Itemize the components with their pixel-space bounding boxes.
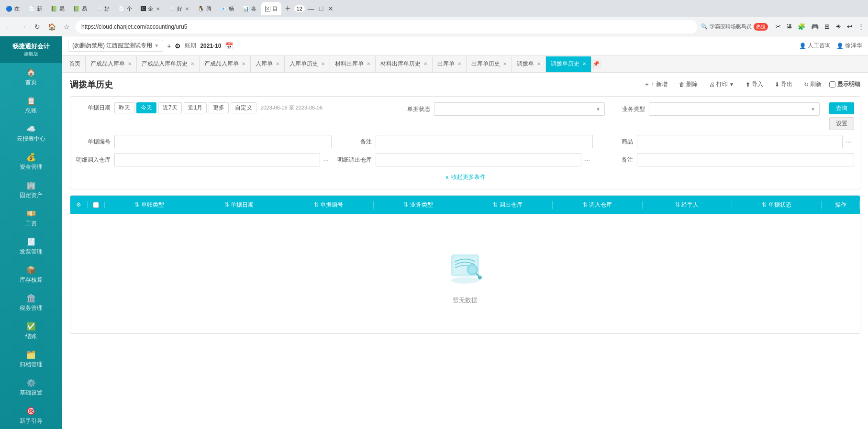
page-tab-2-close[interactable]: ✕ [190, 61, 194, 66]
delete-button[interactable]: 🗑 删除 [675, 78, 701, 90]
extension-icon[interactable]: 🧩 [798, 23, 805, 30]
browser-tab-6[interactable]: 🅲 企 ✕ [137, 2, 164, 15]
page-tab-1[interactable]: 产成品入库单 ✕ [86, 56, 137, 72]
grid-icon[interactable]: ⊞ [824, 23, 830, 30]
sidebar-item-assets[interactable]: 🏢 固定资产 [0, 176, 62, 204]
date-yesterday[interactable]: 昨天 [114, 102, 134, 113]
page-tab-3[interactable]: 产成品入库单 ✕ [200, 56, 251, 72]
back-button[interactable]: ← [4, 22, 14, 32]
detail-in-ellipsis-icon[interactable]: ··· [320, 156, 332, 164]
th-gear[interactable]: ⚙ [70, 201, 88, 208]
date-more[interactable]: 更多 [209, 102, 229, 113]
goods-ellipsis-icon[interactable]: ··· [843, 138, 854, 145]
page-tab-9-close[interactable]: ✕ [503, 61, 507, 66]
page-tab-1-close[interactable]: ✕ [128, 61, 132, 66]
page-tab-6-close[interactable]: ✕ [367, 61, 370, 66]
refresh-browser-button[interactable]: ↻ [33, 22, 42, 32]
page-tab-11-close[interactable]: ✕ [582, 61, 586, 66]
browser-tab-8[interactable]: 🐧 腾 [194, 2, 215, 15]
page-tab-11[interactable]: 调拨单历史 ✕ [546, 56, 591, 72]
sidebar-item-tax[interactable]: 🏛️ 税务管理 [0, 289, 62, 317]
add-company-button[interactable]: + [167, 42, 171, 50]
print-button[interactable]: 🖨 打印 ▼ [705, 78, 738, 90]
page-tab-3-close[interactable]: ✕ [242, 61, 245, 66]
query-button[interactable]: 查询 [829, 102, 854, 114]
page-tab-7[interactable]: 材料出库单历史 ✕ [376, 56, 433, 72]
window-close[interactable]: ✕ [328, 5, 334, 12]
sidebar-item-archive[interactable]: 🗂️ 归档管理 [0, 345, 62, 374]
refresh-button[interactable]: ↻ 刷新 [800, 78, 825, 90]
sidebar-item-report[interactable]: ☁️ 云报表中心 [0, 120, 62, 148]
th-in-warehouse[interactable]: ⇅ 调入仓库 [553, 201, 642, 209]
user-service-button[interactable]: 👤 人工咨询 [799, 42, 831, 50]
detail-in-input[interactable] [114, 153, 320, 166]
pin-button[interactable]: 📌 [591, 59, 601, 69]
sidebar-item-guide[interactable]: 🎯 新手引导 [0, 402, 62, 429]
detail-out-ellipsis-icon[interactable]: ··· [581, 156, 593, 164]
browser-tab-11[interactable]: 🅂 目 [261, 2, 281, 15]
select-all-checkbox[interactable] [93, 202, 99, 208]
status-select[interactable]: ▼ [434, 102, 605, 116]
calendar-icon[interactable]: 📅 [225, 42, 233, 50]
star-button[interactable]: ☆ [62, 22, 72, 32]
browser-tab-0[interactable]: 🔵 在 [2, 2, 23, 15]
docno-input[interactable] [114, 135, 332, 148]
sidebar-item-close[interactable]: ✅ 结账 [0, 317, 62, 345]
page-tab-4[interactable]: 入库单 ✕ [251, 56, 285, 72]
translate-icon[interactable]: 译 [787, 23, 792, 30]
th-status[interactable]: ⇅ 单据状态 [732, 201, 822, 209]
company-selector[interactable]: (勿删勿禁用) 江西服宝测试专用 ▼ [68, 40, 163, 52]
window-maximize[interactable]: □ [319, 5, 323, 12]
more-icon[interactable]: ⋮ [858, 23, 864, 30]
th-biz-type[interactable]: ⇅ 业务类型 [374, 201, 463, 209]
th-doc-type[interactable]: ⇅ 单账类型 [105, 201, 194, 209]
address-input[interactable] [76, 20, 697, 33]
sidebar-item-home[interactable]: 🏠 首页 [0, 63, 62, 91]
page-tab-2[interactable]: 产成品入库单历史 ✕ [137, 56, 200, 72]
home-button[interactable]: 🏠 [46, 22, 58, 32]
biztype-select[interactable]: ▼ [649, 102, 820, 116]
browser-tab-3[interactable]: 📗 易 [69, 2, 91, 15]
remark-input[interactable] [376, 135, 593, 148]
sidebar-item-finance[interactable]: 💰 资金管理 [0, 148, 62, 176]
page-tab-home[interactable]: 首页 [64, 56, 86, 72]
undo-icon[interactable]: ↩ [847, 23, 852, 30]
user-profile-button[interactable]: 👤 徐泽华 [836, 42, 862, 50]
browser-tab-10[interactable]: 📊 各 [239, 2, 260, 15]
collapse-button[interactable]: ∧ 收起更多条件 [443, 171, 488, 183]
page-tab-10[interactable]: 调拨单 ✕ [512, 56, 546, 72]
th-checkbox[interactable] [88, 202, 105, 208]
th-out-warehouse[interactable]: ⇅ 调出仓库 [463, 201, 553, 209]
browser-tab-close-7[interactable]: ✕ [185, 6, 189, 11]
sidebar-item-inventory[interactable]: 📦 库存核算 [0, 261, 62, 289]
page-tab-10-close[interactable]: ✕ [537, 61, 541, 66]
browser-tab-4[interactable]: ☁️ 好 [92, 2, 113, 15]
browser-tab-2[interactable]: 📗 易 [47, 2, 68, 15]
browser-tab-1[interactable]: 📄 新 [24, 2, 46, 15]
cut-icon[interactable]: ✂ [776, 23, 781, 30]
detail-remark-input[interactable] [637, 153, 854, 166]
sidebar-item-ledger[interactable]: 📋 总账 [0, 91, 62, 120]
browser-tab-close-6[interactable]: ✕ [156, 6, 160, 11]
display-toggle[interactable]: 显示明细 [829, 80, 860, 88]
browser-tab-7[interactable]: ☁️ 好 ✕ [165, 2, 193, 15]
browser-tab-5[interactable]: 📄 个 [114, 2, 136, 15]
export-button[interactable]: ⬇ 导出 [771, 78, 796, 90]
page-tab-5-close[interactable]: ✕ [321, 61, 325, 66]
th-doc-no[interactable]: ⇅ 单据编号 [284, 201, 374, 209]
company-settings-button[interactable]: ⚙ [175, 42, 181, 50]
window-minimize[interactable]: — [308, 5, 314, 12]
sidebar-item-settings[interactable]: ⚙️ 基础设置 [0, 374, 62, 402]
page-tab-8[interactable]: 出库单 ✕ [433, 56, 467, 72]
import-button[interactable]: ⬆ 导入 [742, 78, 767, 90]
new-button[interactable]: ＋ + 新增 [640, 78, 671, 90]
date-custom[interactable]: 自定义 [231, 102, 256, 113]
detail-out-input[interactable] [376, 153, 581, 166]
page-tab-6[interactable]: 材料出库单 ✕ [330, 56, 376, 72]
forward-button[interactable]: → [18, 22, 29, 32]
new-tab-button[interactable]: + [282, 4, 293, 14]
date-today[interactable]: 今天 [136, 102, 156, 113]
filter-settings-button[interactable]: 设置 [829, 117, 854, 130]
sidebar-item-salary[interactable]: 💴 工资 [0, 204, 62, 232]
page-tab-8-close[interactable]: ✕ [457, 61, 461, 66]
